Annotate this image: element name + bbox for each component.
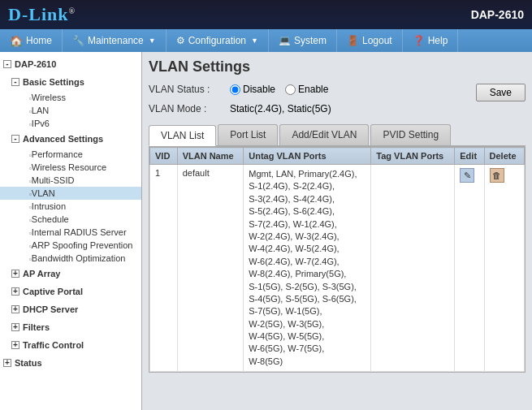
config-icon: ⚙ (176, 35, 185, 46)
vlan-mode-row: VLAN Mode : Static(2.4G), Static(5G) (149, 103, 331, 114)
sidebar-item-wireless-resource[interactable]: Wireless Resource (0, 161, 141, 174)
nav-home[interactable]: 🏠 Home (0, 29, 63, 52)
chevron-down-icon2: ▼ (251, 37, 258, 45)
sidebar-captive-portal[interactable]: + Captive Portal (0, 283, 141, 300)
radio-enable-input[interactable] (285, 84, 296, 95)
edit-icon[interactable]: ✎ (460, 168, 474, 183)
sidebar-item-ipv6[interactable]: IPv6 (0, 117, 141, 130)
sidebar-traffic-control[interactable]: + Traffic Control (0, 336, 141, 354)
tab-add-edit-vlan[interactable]: Add/Edit VLAN (279, 124, 369, 145)
cell-untag-ports: Mgmt, LAN, Primary(2.4G), S-1(2.4G), S-2… (244, 165, 371, 372)
captive-portal-label: Captive Portal (23, 287, 83, 296)
page-title: VLAN Settings (149, 58, 526, 76)
vlan-mode-label: VLAN Mode : (149, 103, 222, 114)
cell-delete: 🗑 (484, 165, 524, 372)
sidebar-item-intrusion[interactable]: Intrusion (0, 200, 141, 213)
nav-configuration[interactable]: ⚙ Configuration ▼ (167, 29, 269, 52)
sidebar: - DAP-2610 - Basic Settings Wireless LAN… (0, 52, 142, 410)
sidebar-root[interactable]: - DAP-2610 (0, 55, 141, 73)
tree-toggle-traffic[interactable]: + (11, 341, 19, 349)
basic-settings-label: Basic Settings (23, 77, 84, 87)
col-header-tag-ports: Tag VLAN Ports (371, 148, 455, 165)
vlan-status-label: VLAN Status : (149, 84, 222, 95)
arp-spoofing-label: ARP Spoofing Prevention (32, 240, 133, 250)
logo-text: D-Link (8, 4, 68, 24)
filters-label: Filters (23, 322, 50, 332)
ap-array-label: AP Array (23, 269, 60, 278)
maintenance-icon: 🔧 (72, 35, 84, 46)
sidebar-item-internal-radius[interactable]: Internal RADIUS Server (0, 226, 141, 239)
content-area: VLAN Settings VLAN Status : Disable Enab… (142, 52, 532, 410)
nav-help[interactable]: ❓ Help (403, 29, 459, 52)
sidebar-ap-array[interactable]: + AP Array (0, 265, 141, 283)
performance-label: Performance (32, 149, 83, 159)
tree-toggle-ap-array[interactable]: + (11, 270, 19, 278)
home-icon: 🏠 (10, 35, 23, 47)
delete-icon[interactable]: 🗑 (490, 168, 504, 183)
radio-disable[interactable]: Disable (230, 84, 275, 95)
vlan-table-container: VID VLAN Name Untag VLAN Ports Tag VLAN … (149, 146, 526, 373)
tab-port-list[interactable]: Port List (218, 124, 278, 145)
nav-logout[interactable]: 🚪 Logout (337, 29, 403, 52)
logout-icon: 🚪 (347, 35, 359, 46)
ipv6-label: IPv6 (32, 119, 50, 128)
system-icon: 💻 (279, 35, 291, 46)
sidebar-advanced-settings[interactable]: - Advanced Settings (0, 130, 141, 148)
lan-label: LAN (32, 106, 49, 115)
sidebar-item-performance[interactable]: Performance (0, 148, 141, 161)
dlink-logo: D-Link® (8, 4, 76, 25)
radio-disable-label: Disable (243, 84, 275, 95)
sidebar-status[interactable]: + Status (0, 354, 141, 372)
nav-maintenance[interactable]: 🔧 Maintenance ▼ (63, 29, 167, 52)
tree-toggle-filters[interactable]: + (11, 323, 19, 331)
save-button[interactable]: Save (476, 84, 526, 101)
vlan-mode-value: Static(2.4G), Static(5G) (230, 103, 331, 114)
tree-toggle-advanced[interactable]: - (11, 135, 19, 143)
radio-disable-input[interactable] (230, 84, 240, 95)
sidebar-item-lan[interactable]: LAN (0, 104, 141, 117)
cell-edit: ✎ (455, 165, 484, 372)
sidebar-item-wireless[interactable]: Wireless (0, 91, 141, 104)
status-label: Status (15, 358, 42, 368)
nav-configuration-label: Configuration (188, 35, 246, 46)
vlan-label: VLAN (32, 188, 55, 198)
wireless-label: Wireless (32, 93, 66, 102)
navbar: 🏠 Home 🔧 Maintenance ▼ ⚙ Configuration ▼… (0, 29, 532, 52)
tabs: VLAN List Port List Add/Edit VLAN PVID S… (149, 124, 526, 146)
col-header-untag-ports: Untag VLAN Ports (244, 148, 371, 165)
multi-ssid-label: Multi-SSID (32, 175, 75, 185)
vlan-status-row: VLAN Status : Disable Enable (149, 84, 331, 95)
nav-home-label: Home (26, 35, 52, 46)
tree-toggle-root[interactable]: - (3, 60, 11, 68)
col-header-vlan-name: VLAN Name (177, 148, 244, 165)
vlan-status-radio-group: Disable Enable (230, 84, 328, 95)
tree-toggle-basic[interactable]: - (11, 78, 19, 86)
tree-toggle-captive[interactable]: + (11, 287, 19, 296)
nav-logout-label: Logout (362, 35, 392, 46)
sidebar-item-schedule[interactable]: Schedule (0, 213, 141, 226)
sidebar-item-multi-ssid[interactable]: Multi-SSID (0, 174, 141, 187)
sidebar-dhcp-server[interactable]: + DHCP Server (0, 300, 141, 318)
tab-pvid-setting[interactable]: PVID Setting (370, 124, 451, 145)
tree-toggle-status[interactable]: + (3, 359, 11, 367)
nav-maintenance-label: Maintenance (88, 35, 144, 46)
dhcp-server-label: DHCP Server (23, 304, 78, 314)
sidebar-basic-settings[interactable]: - Basic Settings (0, 73, 141, 91)
cell-vid: 1 (150, 165, 178, 372)
sidebar-filters[interactable]: + Filters (0, 318, 141, 336)
sidebar-item-vlan[interactable]: VLAN (0, 187, 141, 200)
table-header-row: VID VLAN Name Untag VLAN Ports Tag VLAN … (150, 148, 525, 165)
cell-tag-ports (371, 165, 455, 372)
advanced-settings-label: Advanced Settings (23, 134, 103, 144)
form-top-row: VLAN Status : Disable Enable VLAN Mode : (149, 84, 526, 119)
sidebar-item-arp-spoofing[interactable]: ARP Spoofing Prevention (0, 239, 141, 252)
radio-enable[interactable]: Enable (285, 84, 328, 95)
tree-toggle-dhcp[interactable]: + (11, 305, 19, 313)
col-header-edit: Edit (455, 148, 484, 165)
help-icon: ❓ (413, 35, 425, 46)
col-header-delete: Delete (484, 148, 524, 165)
tab-vlan-list[interactable]: VLAN List (149, 125, 216, 146)
bandwidth-label: Bandwidth Optimization (32, 253, 126, 263)
nav-system[interactable]: 💻 System (269, 29, 337, 52)
sidebar-item-bandwidth[interactable]: Bandwidth Optimization (0, 252, 141, 265)
